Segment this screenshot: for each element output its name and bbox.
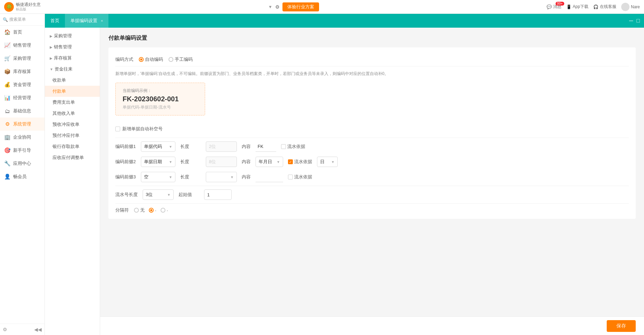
stream-checkbox-3[interactable] (288, 175, 293, 179)
save-button[interactable]: 保存 (607, 320, 636, 332)
preview-label: 当前编码示例： (123, 88, 198, 94)
member-icon: 👤 (4, 174, 10, 180)
serial-length-select[interactable]: 3位 ▼ (143, 189, 174, 200)
content-label-2: 内容 (242, 159, 251, 165)
sub-item-prepay-pay[interactable]: 预付冲应付单 (45, 130, 100, 141)
stream-label-3: 流水依据 (294, 174, 312, 180)
divider1 (115, 138, 629, 138)
sidebar-label-home: 首页 (13, 29, 22, 35)
content-area: ▶ 采购管理 ▶ 销售管理 ▶ 库存核算 (45, 28, 644, 335)
sidebar-item-system[interactable]: ⚙ 系统管理 (0, 118, 45, 131)
gear-icon[interactable]: ⚙ (275, 4, 280, 10)
sidebar-item-purchase[interactable]: 🛒 采购管理 (0, 52, 45, 65)
prefix-select-3[interactable]: 空 ▼ (141, 172, 175, 182)
tab-actions: ─ □ (629, 18, 644, 24)
topbar-right: 💬 消息 99+ 📱 App下载 🎧 在线客服 Nare (547, 3, 640, 11)
sidebar-item-home[interactable]: 🏠 首页 (0, 26, 45, 39)
user-area[interactable]: Nare (621, 3, 640, 11)
app-body: 🔍 搜索菜单 🏠 首页 📈 销售管理 🛒 采购管理 📦 库存核算 💰 资金管理 … (0, 14, 644, 335)
stream-checkbox-2[interactable] (288, 159, 293, 164)
sidebar-item-base[interactable]: 🗂 基础信息 (0, 104, 45, 118)
settings-footer-icon[interactable]: ⚙ (3, 327, 7, 332)
sub-item-expense[interactable]: 费用支出单 (45, 97, 100, 108)
tab-encode-setting[interactable]: 单据编码设置 × (65, 14, 108, 28)
auto-fill-checkbox[interactable] (115, 127, 120, 131)
length-label-2: 长度 (180, 159, 201, 165)
sidebar-item-enterprise[interactable]: 🏢 企业协同 (0, 131, 45, 144)
stream-checkbox-1[interactable] (281, 144, 286, 149)
topbar: 🍀 畅捷通好生意 标品版 ▼ ⚙ 体验行业方案 💬 消息 99+ 📱 App下载… (0, 0, 644, 14)
sidebar-item-operation[interactable]: 📊 经营管理 (0, 91, 45, 104)
sidebar-item-inventory[interactable]: 📦 库存核算 (0, 65, 45, 78)
group-label-sales: 销售管理 (54, 44, 72, 50)
length-select-3[interactable]: ▼ (206, 172, 237, 182)
arrow-right-icon2: ▶ (50, 45, 52, 49)
prefix-label-3: 编码前缀3 (115, 174, 136, 180)
sep-dot2-label: · (167, 208, 168, 213)
sidebar-item-finance[interactable]: 💰 资金管理 (0, 78, 45, 91)
sub-item-prepay-recv[interactable]: 预收冲应收单 (45, 119, 100, 130)
app-download-btn[interactable]: 📱 App下载 (566, 4, 588, 10)
main-sidebar: 🔍 搜索菜单 🏠 首页 📈 销售管理 🛒 采购管理 📦 库存核算 💰 资金管理 … (0, 14, 45, 335)
sep-none-radio[interactable]: 无 (134, 207, 145, 213)
finance-icon: 💰 (4, 82, 10, 88)
group-purchase: ▶ 采购管理 (45, 30, 100, 41)
message-btn[interactable]: 💬 消息 99+ (547, 4, 561, 10)
arrow-right-icon: ▶ (50, 34, 52, 38)
group-title-purchase[interactable]: ▶ 采购管理 (45, 30, 100, 41)
tab-home[interactable]: 首页 (45, 14, 65, 28)
sidebar-item-guide[interactable]: 🎯 新手引导 (0, 144, 45, 157)
chevron-icon-content-2: ▼ (277, 160, 280, 164)
chevron-icon-3: ▼ (169, 175, 172, 179)
inventory-icon: 📦 (4, 68, 10, 75)
sidebar-label-enterprise: 企业协同 (13, 134, 31, 140)
divider3 (115, 203, 629, 204)
sidebar-label-member: 畅会员 (13, 174, 27, 180)
experience-btn[interactable]: 体验行业方案 (282, 2, 319, 11)
guide-icon: 🎯 (4, 147, 10, 153)
prefix-select-2[interactable]: 单据日期 ▼ (141, 157, 175, 167)
service-label: 在线客服 (600, 4, 616, 10)
sub-item-payment[interactable]: 付款单 (45, 86, 100, 97)
auto-encode-dot (139, 57, 144, 62)
manual-encode-radio[interactable]: 手工编码 (169, 56, 193, 63)
group-sales: ▶ 销售管理 (45, 41, 100, 53)
apps-icon: 🔧 (4, 160, 10, 167)
stream-period-select[interactable]: 日 ▼ (317, 157, 338, 167)
content-select-2[interactable]: 年月日 ▼ (256, 157, 283, 167)
maximize-icon[interactable]: □ (636, 18, 640, 24)
stream-label-1: 流水依据 (287, 143, 305, 150)
sidebar-label-base: 基础信息 (13, 108, 31, 114)
auto-encode-radio[interactable]: 自动编码 (139, 56, 163, 63)
sep-dot-radio[interactable]: · (149, 208, 156, 213)
sep-none-label: 无 (140, 207, 145, 213)
content-input-3[interactable] (256, 172, 283, 182)
sidebar-item-apps[interactable]: 🔧 应用中心 (0, 157, 45, 170)
sep-label: 分隔符 (115, 207, 129, 213)
search-menu-btn[interactable]: 🔍 搜索菜单 (0, 14, 45, 26)
save-bar: 保存 (100, 316, 644, 335)
group-title-inventory[interactable]: ▶ 库存核算 (45, 53, 100, 64)
collapse-icon[interactable]: ◀◀ (34, 327, 42, 332)
encode-method-label: 编码方式 (115, 56, 133, 63)
dropdown-arrow-icon[interactable]: ▼ (268, 4, 272, 9)
group-title-sales[interactable]: ▶ 销售管理 (45, 41, 100, 53)
sidebar-item-sales[interactable]: 📈 销售管理 (0, 39, 45, 52)
group-label-purchase: 采购管理 (54, 33, 72, 39)
sep-dot2-radio[interactable]: · (161, 208, 168, 213)
tab-close-icon[interactable]: × (101, 19, 103, 23)
sidebar-label-finance: 资金管理 (13, 82, 31, 88)
content-input-1[interactable] (256, 141, 276, 152)
group-title-capital[interactable]: ▼ 资金往来 (45, 64, 100, 75)
group-label-inventory: 库存核算 (54, 55, 72, 61)
sub-item-bank[interactable]: 银行存取款单 (45, 141, 100, 152)
sidebar-label-sales: 销售管理 (13, 42, 31, 48)
prefix-select-1[interactable]: 单据代码 ▼ (141, 141, 175, 152)
sidebar-item-member[interactable]: 👤 畅会员 (0, 170, 45, 183)
minimize-icon[interactable]: ─ (629, 18, 633, 24)
sub-item-receipt[interactable]: 收款单 (45, 75, 100, 86)
sub-item-other-income[interactable]: 其他收入单 (45, 108, 100, 119)
start-value-input[interactable] (204, 189, 232, 200)
online-service-btn[interactable]: 🎧 在线客服 (593, 4, 616, 10)
sub-item-adjust[interactable]: 应收应付调整单 (45, 152, 100, 163)
